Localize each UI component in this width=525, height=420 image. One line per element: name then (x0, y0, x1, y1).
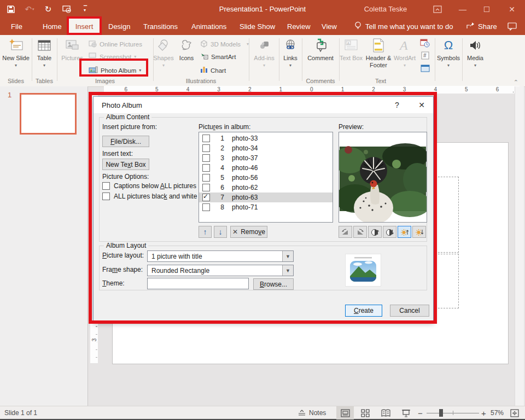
header-footer-button[interactable]: Header & Footer (364, 37, 393, 68)
contrast-up-button[interactable] (368, 226, 382, 238)
redo-icon[interactable]: ↻ (43, 4, 54, 15)
date-time-button[interactable] (420, 37, 430, 49)
chart-button[interactable]: Chart (200, 65, 226, 76)
remove-button[interactable]: ✕ Remove (230, 226, 267, 238)
dialog-close-button[interactable]: ✕ (411, 97, 433, 113)
new-text-box-button[interactable]: New Text Box (102, 159, 149, 170)
zoom-slider-thumb[interactable] (439, 409, 443, 417)
share-button[interactable]: Share (466, 18, 497, 35)
maximize-button[interactable]: ☐ (475, 0, 499, 18)
move-down-button[interactable]: ↓ (214, 226, 227, 238)
group-label-illustrations: Illustrations (153, 78, 249, 84)
tab-design[interactable]: Design (103, 18, 136, 35)
close-button[interactable]: ✕ (500, 0, 524, 18)
dialog-title-bar[interactable]: Photo Album (94, 97, 433, 113)
customize-qat-icon[interactable]: ▔▾ (80, 4, 91, 15)
slide-indicator[interactable]: Slide 1 of 1 (4, 406, 37, 419)
chevron-down-icon[interactable]: ▼ (282, 265, 293, 276)
table-button[interactable]: Table▾ (30, 37, 59, 68)
new-slide-button[interactable]: New Slide▾ (2, 37, 30, 68)
save-icon[interactable] (5, 4, 16, 15)
frame-shape-combo[interactable]: Rounded Rectangle ▼ (147, 265, 294, 276)
rotate-left-button[interactable] (339, 226, 352, 238)
slide-number-button[interactable]: # (421, 50, 429, 61)
slide-sorter-view-button[interactable] (357, 406, 374, 419)
comment-button[interactable]: Comment (306, 37, 335, 62)
picture-checkbox[interactable] (202, 194, 210, 201)
dialog-help-button[interactable]: ? (386, 97, 408, 113)
icons-button[interactable]: Icons (175, 37, 198, 62)
tab-transitions[interactable]: Transitions (138, 18, 183, 35)
brightness-up-button[interactable] (398, 226, 411, 238)
captions-checkbox-row[interactable]: Captions below ALL pictures (102, 182, 196, 190)
links-button[interactable]: Links▾ (276, 37, 305, 68)
minimize-button[interactable]: — (451, 0, 475, 18)
tab-file[interactable]: File (5, 18, 28, 35)
notes-button[interactable]: Notes (298, 406, 326, 419)
start-from-beginning-icon[interactable] (61, 4, 72, 15)
pictures-list[interactable]: 1 photo-33 2 photo-34 3 photo-37 (199, 132, 333, 223)
list-item[interactable]: 2 photo-34 (199, 143, 332, 153)
list-item[interactable]: 1 photo-33 (199, 133, 332, 143)
list-item[interactable]: 5 photo-56 (199, 173, 332, 183)
tab-home[interactable]: Home (37, 18, 67, 35)
group-label-slides: Slides (0, 78, 32, 84)
online-pictures-button: Online Pictures (89, 38, 142, 50)
move-up-button[interactable]: ↑ (199, 226, 212, 238)
browse-button[interactable]: Browse... (253, 278, 294, 290)
ruler-number: 3 (389, 86, 420, 94)
picture-checkbox[interactable] (202, 164, 210, 172)
tab-view[interactable]: View (316, 18, 342, 35)
object-button[interactable] (421, 62, 430, 74)
cancel-button[interactable]: Cancel (390, 305, 429, 317)
brightness-down-icon (415, 228, 424, 236)
zoom-out-button[interactable]: − (418, 406, 423, 419)
picture-checkbox[interactable] (202, 174, 210, 182)
tab-animations[interactable]: Animations (186, 18, 232, 35)
reading-view-button[interactable] (377, 406, 394, 419)
fit-slide-to-window-button[interactable] (506, 406, 523, 419)
ribbon-display-options-icon[interactable] (425, 0, 450, 18)
list-item[interactable]: 8 photo-71 (199, 202, 332, 212)
media-button[interactable]: Media▾ (461, 37, 489, 68)
zoom-in-button[interactable]: + (481, 406, 486, 419)
theme-input[interactable] (147, 278, 249, 289)
list-item[interactable]: 4 photo-46 (199, 163, 332, 173)
picture-checkbox[interactable] (202, 203, 210, 211)
tell-me-box[interactable]: Tell me what you want to do (354, 18, 453, 35)
zoom-percent[interactable]: 57% (491, 406, 504, 419)
contrast-down-button[interactable] (383, 226, 396, 238)
smartart-button[interactable]: SmartArt (200, 51, 236, 62)
slide-show-button[interactable] (397, 406, 415, 419)
picture-checkbox[interactable] (202, 184, 210, 191)
picture-checkbox[interactable] (202, 144, 210, 152)
list-item[interactable]: 7 photo-63 (199, 192, 332, 202)
photo-album-button[interactable]: Photo Album▾ (89, 65, 141, 76)
bw-checkbox[interactable] (102, 192, 110, 200)
chevron-down-icon[interactable]: ▼ (282, 251, 293, 261)
horizontal-ruler[interactable]: 6543210123456 (104, 86, 520, 94)
rotate-right-button[interactable] (353, 226, 367, 238)
comments-pane-icon[interactable] (508, 18, 517, 35)
picture-layout-value: 1 picture with title (151, 253, 282, 260)
picture-checkbox[interactable] (202, 154, 210, 162)
tab-insert[interactable]: Insert (69, 18, 100, 35)
bw-checkbox-row[interactable]: ALL pictures black and white (102, 192, 197, 200)
vertical-scrollbar[interactable] (515, 86, 524, 406)
tab-slide-show[interactable]: Slide Show (234, 18, 281, 35)
symbols-button[interactable]: Ω Symbols▾ (434, 37, 463, 68)
collapse-ribbon-icon[interactable]: ⌃ (514, 79, 518, 86)
account-user-name[interactable]: Coletta Teske (350, 0, 421, 18)
tab-review[interactable]: Review (282, 18, 316, 35)
list-item[interactable]: 6 photo-62 (199, 183, 332, 192)
normal-view-button[interactable] (336, 406, 354, 419)
slide-1-thumbnail[interactable] (20, 93, 77, 135)
create-button[interactable]: Create (345, 305, 382, 317)
file-disk-button[interactable]: File/Disk... (102, 136, 149, 147)
brightness-down-button[interactable] (412, 226, 426, 238)
captions-checkbox[interactable] (102, 182, 110, 190)
list-item[interactable]: 3 photo-37 (199, 153, 332, 163)
picture-checkbox[interactable] (202, 135, 210, 142)
text-box-icon: A (344, 37, 358, 54)
picture-layout-combo[interactable]: 1 picture with title ▼ (147, 250, 294, 262)
